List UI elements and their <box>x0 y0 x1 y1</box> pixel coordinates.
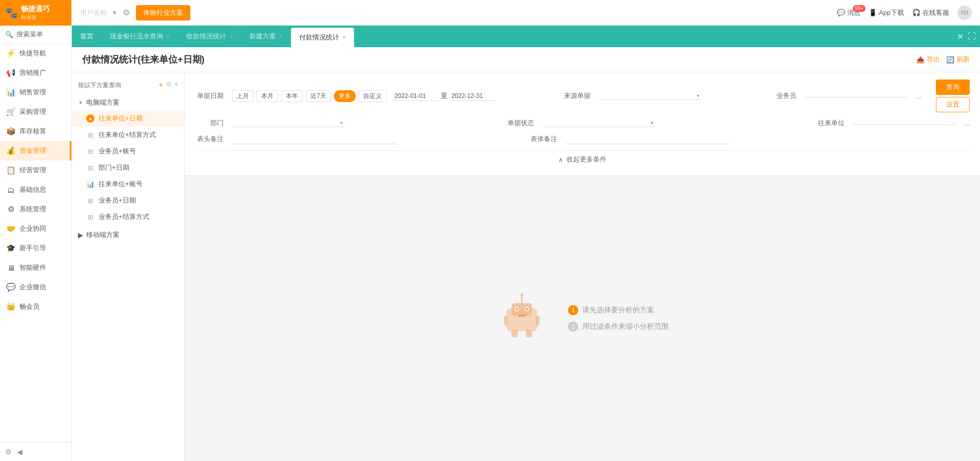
robot-area: 1 请先选择要分析的方案 2 用过滤条件来缩小分析范围 <box>496 293 669 344</box>
wechat-icon: 💬 <box>6 283 15 292</box>
filter-row-2: 部门 ▾ 单据状态 ▾ 往来单位 <box>195 118 970 128</box>
page-title: 付款情况统计(往来单位+日期) <box>82 53 205 66</box>
capital-icon: 💰 <box>6 146 15 155</box>
scheme-settings-btn[interactable]: ⊙ <box>166 81 171 90</box>
dept-label: 部门 <box>195 118 224 128</box>
sidebar-item-label: 新手引导 <box>19 244 46 253</box>
collapse-conditions-btn[interactable]: ∧ 收起更多条件 <box>195 150 970 168</box>
page-header: 付款情况统计(往来单位+日期) 📤 导出 🔄 刷新 <box>72 47 980 72</box>
content-area: 付款情况统计(往来单位+日期) 📤 导出 🔄 刷新 <box>72 47 980 461</box>
scheme-salesman-account[interactable]: ⊞ 业务员+账号 <box>72 143 184 159</box>
sidebar-item-operation[interactable]: 📋 经营管理 <box>0 161 71 180</box>
this-month-btn[interactable]: 本月 <box>257 90 278 102</box>
svg-rect-10 <box>526 330 532 337</box>
mobile-section-title[interactable]: ▶ 移动端方案 <box>72 227 184 243</box>
partner-dots[interactable]: ... <box>964 119 970 127</box>
sidebar-item-enterprise[interactable]: 🤝 企业协同 <box>0 219 71 238</box>
scheme-unit-settlement[interactable]: ⊞ 往来单位+结算方式 <box>72 127 184 143</box>
sidebar-item-marketing[interactable]: 📢 营销推广 <box>0 63 71 83</box>
partner-select[interactable] <box>853 122 955 125</box>
scheme-unit-date[interactable]: ● 往来单位+日期 <box>72 110 184 127</box>
app-download-btn[interactable]: 📱 App下载 <box>869 8 904 17</box>
sidebar-item-guide[interactable]: 🎓 新手引导 <box>0 238 71 258</box>
guide-icon: 🎓 <box>6 244 15 253</box>
tab-receipt-stat-close[interactable]: × <box>229 33 233 40</box>
system-icon: ⚙ <box>6 205 15 214</box>
setting-btn[interactable]: 设置 <box>936 97 970 112</box>
sales-icon: 📊 <box>6 88 15 97</box>
service-icon: 🎧 <box>912 9 920 16</box>
this-year-btn[interactable]: 本年 <box>281 90 303 102</box>
sidebar-item-quick-nav[interactable]: ⚡ 快捷导航 <box>0 44 71 63</box>
voucher-status-select[interactable]: ▾ <box>542 119 655 127</box>
sidebar-item-inventory[interactable]: 📦 库存核算 <box>0 122 71 141</box>
header-remark-input[interactable] <box>232 134 396 144</box>
panel-collapse-btn[interactable]: « <box>174 81 178 90</box>
pc-section-title[interactable]: ▼ 电脑端方案 <box>72 95 184 110</box>
tab-bank-flow[interactable]: 现金银行流水查询 × <box>102 26 178 47</box>
date-to-input[interactable] <box>449 91 496 101</box>
last7-btn[interactable]: 近7天 <box>306 90 331 102</box>
tab-home[interactable]: 首页 <box>72 26 102 47</box>
sidebar-item-sales[interactable]: 📊 销售管理 <box>0 83 71 102</box>
date-from-input[interactable] <box>393 91 439 101</box>
sidebar-item-member[interactable]: 👑 畅会员 <box>0 297 71 316</box>
trial-btn[interactable]: 体验行业方案 <box>136 5 190 21</box>
tab-new-scheme-close[interactable]: × <box>279 33 283 40</box>
export-btn[interactable]: 📤 导出 <box>916 55 940 64</box>
scheme-label: 业务员+日期 <box>99 196 136 205</box>
last-month-btn[interactable]: 上月 <box>232 90 253 102</box>
sidebar-item-hardware[interactable]: 🖥 智能硬件 <box>0 258 71 277</box>
hint-row-1: 1 请先选择要分析的方案 <box>568 305 654 315</box>
salesman-select[interactable] <box>805 95 907 97</box>
search-icon: 🔍 <box>5 31 13 38</box>
scheme-salesman-settlement[interactable]: ⊞ 业务员+结算方式 <box>72 209 184 225</box>
sidebar-collapse-btn[interactable]: ◀ <box>17 448 23 456</box>
tab-new-scheme[interactable]: 新建方案 × <box>241 26 291 47</box>
scheme-unit-account[interactable]: 📊 往来单位+账号 <box>72 176 184 192</box>
hint-row-2: 2 用过滤条件来缩小分析范围 <box>568 322 669 332</box>
left-panel: 按以下方案查询 + ⊙ « ▼ 电脑端方案 ● <box>72 72 185 461</box>
tab-receipt-stat[interactable]: 收款情况统计 × <box>178 26 241 47</box>
add-scheme-btn[interactable]: + <box>159 81 163 90</box>
sidebar-item-purchase[interactable]: 🛒 采购管理 <box>0 102 71 122</box>
scheme-salesman-date[interactable]: ⊞ 业务员+日期 <box>72 192 184 209</box>
topbar-dropdown-icon[interactable]: ▾ <box>113 9 116 16</box>
sidebar-item-wechat[interactable]: 💬 企业微信 <box>0 277 71 297</box>
tab-payment-stat-close[interactable]: × <box>342 34 346 41</box>
source-voucher-select[interactable]: ▾ <box>599 92 701 100</box>
custom-btn[interactable]: 自定义 <box>359 90 386 102</box>
enterprise-icon: 🤝 <box>6 224 15 233</box>
sidebar-item-capital[interactable]: 💰 资金管理 <box>0 141 71 161</box>
message-btn[interactable]: 💬 消息 99+ <box>837 8 860 17</box>
topbar-gear-icon[interactable]: ⚙ <box>123 8 130 17</box>
tab-bank-flow-close[interactable]: × <box>166 33 170 40</box>
step-1-num: 1 <box>568 305 578 315</box>
tab-payment-stat[interactable]: 付款情况统计 × <box>291 28 354 47</box>
sidebar: 🐾 畅捷通巧 标准版 🔍 搜索菜单 ⚡ 快捷导航 📢 营销推广 📊 销售管理 🛒… <box>0 0 72 461</box>
tabs-expand-icon[interactable]: ⛶ <box>968 32 976 41</box>
app-name: 畅捷通巧 <box>21 5 50 14</box>
message-icon: 💬 <box>837 9 845 16</box>
sidebar-nav: ⚡ 快捷导航 📢 营销推广 📊 销售管理 🛒 采购管理 📦 库存核算 💰 资金管… <box>0 44 71 442</box>
scheme-dept-date[interactable]: ⊞ 部门+日期 <box>72 159 184 176</box>
tabs-close-icon[interactable]: ✕ <box>957 32 964 42</box>
sidebar-search[interactable]: 🔍 搜索菜单 <box>0 26 71 44</box>
query-btn[interactable]: 查询 <box>936 79 970 95</box>
operation-icon: 📋 <box>6 166 15 175</box>
sidebar-item-basic-info[interactable]: 🗂 基础信息 <box>0 180 71 199</box>
salesman-dots[interactable]: ... <box>915 92 922 100</box>
dept-select[interactable]: ▾ <box>232 119 345 127</box>
user-avatar[interactable]: Rit <box>957 6 972 20</box>
svg-point-5 <box>526 308 528 310</box>
more-btn[interactable]: 更多 <box>334 90 356 102</box>
sidebar-item-system[interactable]: ⚙ 系统管理 <box>0 199 71 219</box>
right-panel: 单据日期 上月 本月 本年 近7天 更多 自定义 至 <box>185 72 980 461</box>
body-remark-label: 表体备注 <box>528 134 557 144</box>
sidebar-settings-btn[interactable]: ⚙ <box>5 448 12 456</box>
tab-payment-stat-label: 付款情况统计 <box>299 33 339 42</box>
body-remark-input[interactable] <box>565 134 730 144</box>
online-service-btn[interactable]: 🎧 在线客服 <box>912 8 949 17</box>
refresh-btn[interactable]: 🔄 刷新 <box>946 55 970 64</box>
refresh-icon: 🔄 <box>946 56 954 64</box>
